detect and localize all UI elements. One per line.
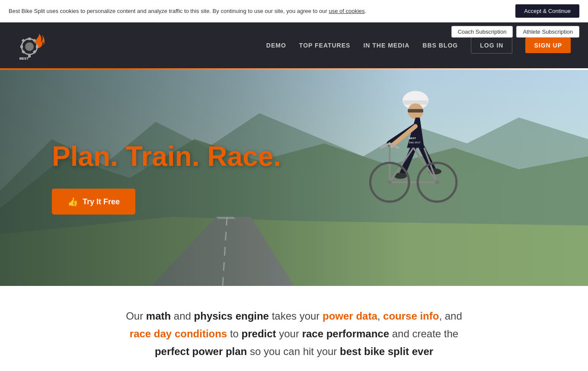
- hero-content: Plan. Train. Race. 👍 Try It Free: [52, 141, 281, 215]
- desc-and: and: [171, 310, 194, 322]
- top-links-area: Coach Subscription Athlete Subscription: [451, 26, 579, 38]
- nav-demo[interactable]: DEMO: [266, 42, 286, 49]
- svg-rect-2: [28, 38, 31, 40]
- cookie-link[interactable]: use of cookies: [329, 8, 364, 14]
- hero-title: Plan. Train. Race.: [52, 141, 281, 171]
- desc-best-split: best bike split ever: [340, 346, 433, 357]
- desc-race-perf: race performance: [302, 328, 389, 339]
- svg-text:BIKE SPLIT: BIKE SPLIT: [409, 141, 421, 144]
- coach-subscription-button[interactable]: Coach Subscription: [451, 26, 513, 38]
- desc-to: to: [227, 328, 241, 339]
- cookie-banner: Best Bike Split uses cookies to personal…: [0, 0, 588, 22]
- svg-rect-6: [22, 39, 25, 42]
- main-nav: DEMO TOP FEATURES IN THE MEDIA BBS BLOG …: [266, 37, 571, 54]
- athlete-subscription-button[interactable]: Athlete Subscription: [516, 26, 579, 38]
- signup-button[interactable]: SIGN UP: [525, 38, 571, 53]
- desc-create: and create the: [389, 328, 458, 339]
- desc-takes: takes your: [269, 310, 323, 322]
- nav-blog[interactable]: BBS BLOG: [422, 42, 458, 49]
- svg-text:BEST: BEST: [19, 57, 29, 60]
- logo-area[interactable]: BEST BIKE SPLIT: [17, 30, 48, 60]
- desc-comma: ,: [377, 310, 380, 322]
- try-free-button[interactable]: 👍 Try It Free: [52, 189, 135, 215]
- hero-section: BEST BIKE SPLIT: [0, 70, 588, 286]
- desc-course-info: course info: [383, 310, 439, 322]
- cookie-accept-button[interactable]: Accept & Continue: [515, 4, 579, 18]
- desc-math: math: [146, 310, 171, 322]
- logo-icon: BEST BIKE SPLIT: [17, 30, 48, 60]
- login-button[interactable]: LOG IN: [471, 37, 512, 54]
- description-section: Our math and physics engine takes your p…: [0, 286, 588, 371]
- description-text: Our math and physics engine takes your p…: [78, 308, 510, 360]
- desc-and2: , and: [439, 310, 462, 322]
- desc-your: your: [276, 328, 302, 339]
- desc-physics: physics engine: [194, 310, 269, 322]
- nav-features[interactable]: TOP FEATURES: [299, 42, 351, 49]
- svg-point-40: [435, 180, 439, 184]
- svg-point-39: [387, 180, 392, 184]
- desc-our: Our: [126, 310, 146, 322]
- thumbs-up-icon: 👍: [67, 197, 78, 207]
- desc-perfect-plan: perfect power plan: [155, 346, 247, 357]
- nav-media[interactable]: IN THE MEDIA: [363, 42, 409, 49]
- desc-so: so you can hit your: [247, 346, 340, 357]
- svg-rect-4: [20, 45, 23, 48]
- cookie-text: Best Bike Split uses cookies to personal…: [9, 8, 366, 14]
- svg-point-1: [25, 42, 34, 51]
- desc-power-data: power data: [323, 310, 377, 322]
- hero-cyclist-figure: BEST BIKE SPLIT: [265, 70, 588, 286]
- svg-rect-23: [408, 109, 423, 112]
- desc-race-day: race day conditions: [130, 328, 227, 339]
- desc-predict: predict: [242, 328, 276, 339]
- svg-text:BEST: BEST: [409, 137, 416, 140]
